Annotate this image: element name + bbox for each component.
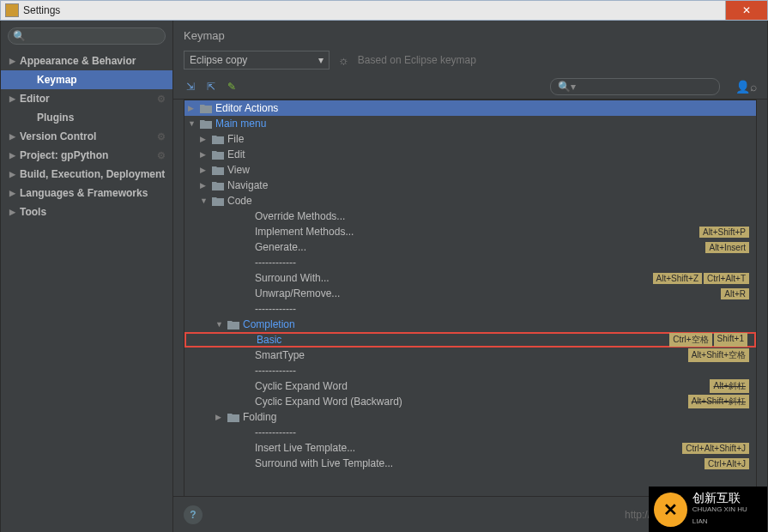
- sidebar-item-keymap[interactable]: Keymap: [1, 70, 172, 89]
- tree-row[interactable]: Override Methods...: [184, 209, 756, 224]
- app-icon: [5, 3, 19, 17]
- folder-icon: [200, 119, 212, 129]
- shortcut-key: Shift+1: [714, 333, 747, 347]
- tree-row[interactable]: Implement Methods...Alt+Shift+P: [184, 224, 756, 239]
- toggle-icon: ▶: [215, 413, 224, 421]
- gear-icon[interactable]: ☼: [338, 53, 349, 67]
- gear-icon: ⚙: [157, 94, 166, 105]
- logo-sub: CHUANG XIN HU LIAN: [692, 504, 762, 528]
- gear-icon: ⚙: [157, 150, 166, 161]
- tree-row[interactable]: SmartTypeAlt+Shift+空格: [184, 348, 756, 363]
- tree-row[interactable]: Generate...Alt+Insert: [184, 239, 756, 255]
- nav-label: Editor: [20, 93, 50, 105]
- tree-row[interactable]: Cyclic Expand WordAlt+斜杠: [184, 378, 756, 394]
- tree-row[interactable]: ▶View: [184, 162, 756, 178]
- sidebar-item-version-control[interactable]: ▶Version Control⚙: [1, 127, 172, 146]
- tree-row[interactable]: ------------: [184, 425, 756, 440]
- folder-icon: [227, 320, 239, 329]
- tree-label: Override Methods...: [255, 210, 753, 222]
- shortcut-key: Alt+Shift+空格: [688, 348, 749, 362]
- toggle-icon: ▼: [188, 119, 197, 128]
- toggle-icon: ▼: [200, 196, 209, 205]
- action-search-input[interactable]: 🔍▾: [550, 78, 720, 95]
- keymap-tree[interactable]: ▶Editor Actions▼Main menu▶File▶Edit▶View…: [184, 100, 757, 532]
- shortcut-key: Alt+Shift+Z: [653, 273, 702, 284]
- sidebar-item-editor[interactable]: ▶Editor⚙: [1, 89, 172, 108]
- shortcuts: Alt+Shift+斜杠: [688, 395, 749, 408]
- sidebar-item-project-gppython[interactable]: ▶Project: gpPython⚙: [1, 146, 172, 165]
- tree-label: Code: [227, 195, 753, 207]
- toggle-icon: ▶: [8, 94, 16, 103]
- tree-row[interactable]: ▼Completion: [184, 317, 756, 332]
- search-icon: 🔍: [13, 30, 26, 42]
- folder-icon: [212, 181, 224, 190]
- chevron-down-icon: ▾: [318, 54, 324, 66]
- tree-label: Cyclic Expand Word: [255, 380, 710, 392]
- tree-row[interactable]: ▶Editor Actions: [184, 100, 756, 116]
- toggle-icon: ▶: [8, 132, 16, 141]
- nav-label: Version Control: [20, 130, 96, 142]
- keymap-profile-value: Eclipse copy: [190, 54, 247, 66]
- tree-row[interactable]: ▶Navigate: [184, 178, 756, 193]
- toggle-icon: ▶: [188, 104, 197, 112]
- sidebar-item-appearance-behavior[interactable]: ▶Appearance & Behavior: [1, 51, 172, 70]
- tree-row[interactable]: ▶File: [184, 131, 756, 147]
- tree-label: View: [227, 164, 753, 176]
- tree-label: SmartType: [255, 349, 688, 361]
- nav-list: ▶Appearance & BehaviorKeymap▶Editor⚙Plug…: [1, 51, 172, 532]
- expand-all-button[interactable]: ⇲: [184, 80, 197, 94]
- help-button[interactable]: ?: [184, 505, 203, 524]
- shortcuts: Alt+Shift+ZCtrl+Alt+T: [653, 273, 749, 284]
- shortcut-key: Alt+Shift+P: [699, 227, 749, 238]
- tree-label: Main menu: [215, 118, 753, 130]
- folder-icon: [200, 104, 212, 113]
- tree-row[interactable]: Cyclic Expand Word (Backward)Alt+Shift+斜…: [184, 394, 756, 409]
- tree-label: Insert Live Template...: [255, 442, 682, 454]
- tree-row[interactable]: Surround With...Alt+Shift+ZCtrl+Alt+T: [184, 270, 756, 286]
- tree-label: ------------: [255, 257, 753, 269]
- sidebar-item-languages-frameworks[interactable]: ▶Languages & Frameworks: [1, 184, 172, 203]
- sidebar-item-plugins[interactable]: Plugins: [1, 108, 172, 127]
- title-bar: Settings ✕: [0, 0, 768, 21]
- keymap-profile-select[interactable]: Eclipse copy ▾: [184, 51, 330, 70]
- tree-row[interactable]: Unwrap/Remove...Alt+R: [184, 286, 756, 301]
- tree-row[interactable]: ------------: [184, 255, 756, 270]
- find-by-shortcut-button[interactable]: 👤⌕: [735, 80, 757, 94]
- tree-row[interactable]: ▼Main menu: [184, 116, 756, 131]
- toggle-icon: ▶: [8, 57, 16, 65]
- tree-row[interactable]: ▶Folding: [184, 409, 756, 425]
- folder-icon: [212, 150, 224, 160]
- shortcut-key: Ctrl+Alt+Shift+J: [682, 443, 749, 454]
- tree-row[interactable]: ▶Edit: [184, 147, 756, 162]
- tree-row[interactable]: Surround with Live Template...Ctrl+Alt+J: [184, 456, 756, 471]
- brand-logo: ✕ 创新互联 CHUANG XIN HU LIAN: [649, 487, 767, 532]
- sidebar-item-tools[interactable]: ▶Tools: [1, 203, 172, 221]
- shortcut-key: Ctrl+Alt+J: [705, 458, 749, 469]
- shortcuts: Alt+Shift+P: [699, 227, 749, 238]
- toggle-icon: ▶: [200, 135, 209, 143]
- close-icon: ✕: [742, 4, 751, 16]
- folder-icon: [212, 196, 224, 206]
- collapse-all-button[interactable]: ⇱: [204, 80, 218, 94]
- tree-label: ------------: [255, 303, 753, 315]
- close-button[interactable]: ✕: [725, 1, 767, 20]
- sidebar-search: 🔍: [8, 27, 166, 45]
- folder-icon: [212, 135, 224, 144]
- search-icon: 🔍▾: [558, 81, 576, 93]
- tree-label: Basic: [257, 334, 669, 346]
- tree-label: Completion: [243, 318, 753, 330]
- tree-row[interactable]: Insert Live Template...Ctrl+Alt+Shift+J: [184, 440, 756, 456]
- tree-row[interactable]: ▼Code: [184, 193, 756, 209]
- tree-row[interactable]: ------------: [184, 363, 756, 378]
- edit-shortcut-button[interactable]: ✎: [225, 80, 239, 94]
- tree-label: Edit: [227, 148, 753, 160]
- tree-row[interactable]: BasicCtrl+空格Shift+1: [184, 332, 756, 348]
- tree-label: Generate...: [255, 241, 705, 253]
- tree-label: ------------: [255, 426, 753, 438]
- gear-icon: ⚙: [157, 131, 166, 142]
- tree-row[interactable]: ------------: [184, 301, 756, 317]
- sidebar-item-build-execution-deployment[interactable]: ▶Build, Execution, Deployment: [1, 165, 172, 184]
- sidebar-search-input[interactable]: [8, 27, 166, 45]
- tree-label: Surround With...: [255, 272, 653, 284]
- folder-icon: [227, 413, 239, 422]
